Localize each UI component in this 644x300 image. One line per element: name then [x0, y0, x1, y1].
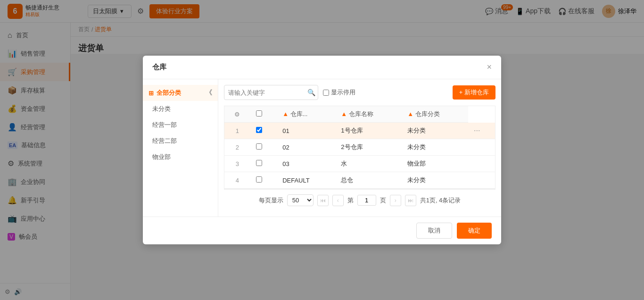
row-code: 02: [277, 139, 335, 156]
table-row[interactable]: 3 03 水 物业部: [224, 156, 495, 172]
row-code: DEFAULT: [277, 172, 335, 189]
more-actions-icon[interactable]: ···: [474, 126, 480, 134]
warehouse-dialog: 仓库 × ⊞ 全部分类 《 未分类 经营一部 经营二部 物业部: [143, 56, 501, 244]
th-settings[interactable]: ⚙: [224, 106, 250, 123]
dialog-overlay: 仓库 × ⊞ 全部分类 《 未分类 经营一部 经营二部 物业部: [0, 0, 644, 300]
row-num: 4: [224, 172, 250, 189]
row-checkbox[interactable]: [250, 123, 277, 139]
th-name[interactable]: ▲ 仓库名称: [335, 106, 402, 123]
row-name: 总仓: [335, 172, 402, 189]
th-code[interactable]: ▲ 仓库...: [277, 106, 335, 123]
dialog-header: 仓库 ×: [143, 56, 501, 79]
first-page-button[interactable]: ⏮: [317, 195, 329, 206]
row-category: 未分类: [402, 123, 468, 139]
category-item-unclassified[interactable]: 未分类: [143, 101, 218, 117]
row-checkbox[interactable]: [250, 172, 277, 189]
search-input[interactable]: [228, 89, 307, 96]
cancel-button[interactable]: 取消: [416, 223, 452, 239]
category-item-ops1[interactable]: 经营一部: [143, 117, 218, 133]
search-box[interactable]: 🔍: [224, 85, 318, 100]
row-category: 物业部: [402, 156, 468, 172]
page-input[interactable]: [357, 195, 376, 206]
row-name: 2号仓库: [335, 139, 402, 156]
add-warehouse-button[interactable]: + 新增仓库: [453, 85, 495, 100]
warehouse-table: ⚙ ▲ 仓库... ▲ 仓库名称: [224, 106, 495, 189]
row-name: 1号仓库: [335, 123, 402, 139]
collapse-icon[interactable]: 《: [206, 89, 212, 97]
row-category: 未分类: [402, 172, 468, 189]
prev-page-button[interactable]: ‹: [332, 195, 344, 206]
sort-icon-name: ▲: [341, 110, 347, 117]
all-categories-label: 全部分类: [157, 89, 181, 97]
page-suffix: 页: [380, 196, 386, 205]
all-categories[interactable]: ⊞ 全部分类 《: [143, 85, 218, 101]
table-row[interactable]: 4 DEFAULT 总仓 未分类: [224, 172, 495, 189]
search-icon: 🔍: [307, 89, 315, 96]
table-row[interactable]: 1 01 1号仓库 未分类 ···: [224, 123, 495, 139]
dialog-body: ⊞ 全部分类 《 未分类 经营一部 经营二部 物业部 🔍: [143, 79, 501, 217]
row-num: 1: [224, 123, 250, 139]
category-panel: ⊞ 全部分类 《 未分类 经营一部 经营二部 物业部: [143, 79, 218, 217]
per-page-select[interactable]: 50 20 100: [287, 194, 314, 206]
row-code: 03: [277, 156, 335, 172]
confirm-button[interactable]: 确定: [457, 223, 492, 239]
warehouse-table-container: ⚙ ▲ 仓库... ▲ 仓库名称: [224, 106, 495, 189]
table-header-row: ⚙ ▲ 仓库... ▲ 仓库名称: [224, 106, 495, 123]
show-disabled-checkbox[interactable]: 显示停用: [323, 88, 355, 97]
th-checkbox[interactable]: [250, 106, 277, 123]
row-category: 未分类: [402, 139, 468, 156]
row-name: 水: [335, 156, 402, 172]
next-page-button[interactable]: ›: [390, 195, 401, 206]
dialog-title: 仓库: [152, 63, 166, 72]
category-item-ops2[interactable]: 经营二部: [143, 133, 218, 149]
row-checkbox[interactable]: [250, 139, 277, 156]
row-num: 2: [224, 139, 250, 156]
category-item-property[interactable]: 物业部: [143, 149, 218, 165]
sort-icon: ▲: [282, 110, 289, 117]
table-panel: 🔍 显示停用 + 新增仓库 ⚙: [218, 79, 501, 217]
last-page-button[interactable]: ⏭: [405, 195, 416, 206]
grid-icon: ⊞: [149, 90, 154, 97]
table-row[interactable]: 2 02 2号仓库 未分类: [224, 139, 495, 156]
total-info: 共1页, 4条记录: [420, 196, 461, 205]
toolbar: 🔍 显示停用 + 新增仓库: [224, 85, 495, 100]
dialog-footer: 取消 确定: [143, 217, 501, 244]
row-checkbox[interactable]: [250, 156, 277, 172]
row-num: 3: [224, 156, 250, 172]
pagination: 每页显示 50 20 100 ⏮ ‹ 第 页 › ⏭ 共1页, 4条记录: [224, 189, 495, 211]
th-category[interactable]: ▲ 仓库分类: [402, 106, 468, 123]
warehouse-tbody: 1 01 1号仓库 未分类 ··· 2 02 2号仓库 未分类 3 03 水 物…: [224, 123, 495, 189]
close-button[interactable]: ×: [487, 62, 492, 72]
sort-icon-cat: ▲: [407, 110, 413, 117]
row-code: 01: [277, 123, 335, 139]
row-actions[interactable]: ···: [468, 123, 495, 139]
per-page-label: 每页显示: [259, 196, 283, 205]
page-label: 第: [347, 196, 354, 205]
